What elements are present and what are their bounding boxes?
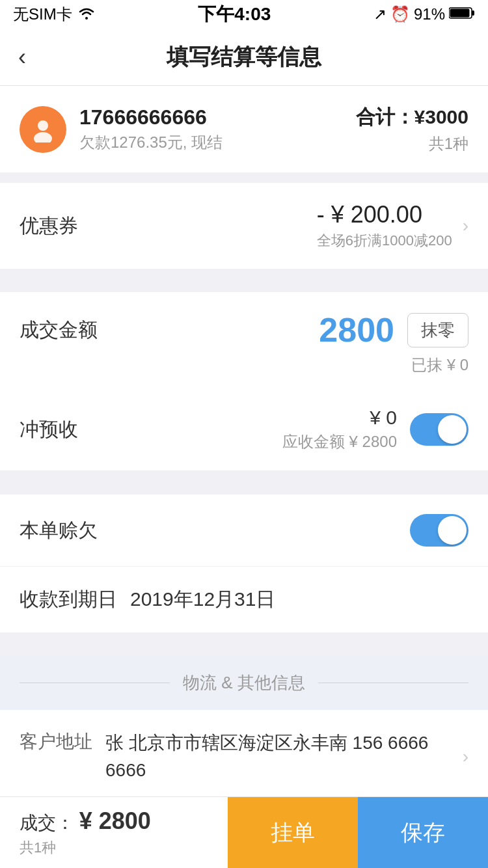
status-right: ↗ ⏰ 91% [373,5,475,23]
address-label: 客户地址 [20,729,92,754]
coupon-row[interactable]: 优惠券 - ¥ 200.00 全场6折满1000减200 › [0,183,488,269]
location-icon: ↗ [373,5,386,23]
prepay-sub: 应收金额 ¥ 2800 [282,431,397,452]
credit-toggle-knob [438,516,467,545]
credit-card: 本单赊欠 收款到期日 2019年12月31日 [0,494,488,632]
amount-row: 成交金额 2800 抹零 [20,310,468,349]
customer-sub: 欠款1276.35元, 现结 [79,132,223,153]
back-button[interactable]: ‹ [18,44,26,71]
total-amount: 合计：¥3000 [356,104,468,131]
svg-rect-2 [450,9,469,18]
customer-total: 合计：¥3000 共1种 [356,104,468,154]
section-spacer-1 [0,279,488,292]
duedate-row: 收款到期日 2019年12月31日 [0,566,488,632]
coupon-detail: 全场6折满1000减200 [317,231,452,251]
bottom-deal-row: 成交： ¥ 2800 [20,807,208,835]
svg-point-3 [38,120,48,131]
section-spacer-2 [0,481,488,494]
logistics-text: 物流 & 其他信息 [170,671,318,694]
prepay-row: 冲预收 ¥ 0 应收金额 ¥ 2800 [0,388,488,470]
coupon-card[interactable]: 优惠券 - ¥ 200.00 全场6折满1000减200 › [0,183,488,269]
logistics-header: 物流 & 其他信息 [0,656,488,710]
prepay-label: 冲预收 [20,416,78,443]
bottom-deal-label: 成交： [20,813,74,833]
amount-section: 成交金额 2800 抹零 已抹 ¥ 0 [0,292,488,388]
amount-card: 成交金额 2800 抹零 已抹 ¥ 0 冲预收 ¥ 0 应收金额 ¥ 2800 [0,292,488,470]
address-row[interactable]: 客户地址 张 北京市市辖区海淀区永丰南 156 6666 6666 › [0,710,488,804]
deal-value: 2800 [319,310,394,349]
credit-row: 本单赊欠 [0,494,488,566]
nav-bar: ‹ 填写结算等信息 [0,29,488,86]
wifi-icon [77,5,96,23]
customer-row: 17666666666 欠款1276.35元, 现结 合计：¥3000 共1种 [0,86,488,172]
no-sim-text: 无SIM卡 [13,4,72,25]
save-button[interactable]: 保存 [358,797,488,869]
address-chevron-icon: › [463,746,468,767]
svg-point-4 [34,132,52,142]
duedate-label: 收款到期日 [20,586,117,613]
toggle-knob [438,415,467,444]
prepay-right: ¥ 0 应收金额 ¥ 2800 [282,407,468,452]
logistics-line-left [20,683,170,683]
amount-right: 2800 抹零 [319,310,468,349]
amount-sub: 已抹 ¥ 0 [20,355,468,375]
coupon-discount: - ¥ 200.00 [317,201,452,228]
logistics-line-right [318,683,468,683]
content: 17666666666 欠款1276.35元, 现结 合计：¥3000 共1种 … [0,86,488,868]
prepay-toggle[interactable] [410,413,468,446]
duedate-value: 2019年12月31日 [130,586,275,613]
customer-card: 17666666666 欠款1276.35元, 现结 合计：¥3000 共1种 [0,86,488,172]
customer-left: 17666666666 欠款1276.35元, 现结 [20,105,223,153]
round-button[interactable]: 抹零 [407,313,468,347]
coupon-label: 优惠券 [20,213,78,239]
section-spacer-3 [0,643,488,656]
prepay-amount: ¥ 0 [282,407,397,429]
status-left: 无SIM卡 [13,4,96,25]
address-value: 张 北京市市辖区海淀区永丰南 156 6666 6666 [105,729,450,784]
total-sub: 共1种 [356,133,468,154]
prepay-info: ¥ 0 应收金额 ¥ 2800 [282,407,397,452]
bottom-summary: 成交： ¥ 2800 共1种 [0,807,228,858]
alarm-icon: ⏰ [390,5,410,23]
status-time: 下午4:03 [198,2,271,27]
battery-text: 91% [414,5,445,23]
coupon-right: - ¥ 200.00 全场6折满1000减200 › [317,201,468,251]
hang-button[interactable]: 挂单 [228,797,358,869]
address-card[interactable]: 客户地址 张 北京市市辖区海淀区永丰南 156 6666 6666 › [0,710,488,804]
bottom-deal-sub: 共1种 [20,838,208,858]
credit-toggle[interactable] [410,514,468,547]
bottom-deal-amount: ¥ 2800 [79,807,151,834]
bottom-bar: 成交： ¥ 2800 共1种 挂单 保存 [0,796,488,868]
nav-title: 填写结算等信息 [167,42,321,72]
customer-info: 17666666666 欠款1276.35元, 现结 [79,105,223,153]
battery-icon [449,5,475,23]
coupon-chevron-icon: › [463,215,468,236]
credit-label: 本单赊欠 [20,517,98,544]
amount-label: 成交金额 [20,317,98,344]
svg-rect-1 [472,10,474,16]
customer-phone: 17666666666 [79,105,223,129]
avatar [20,106,66,153]
status-bar: 无SIM卡 下午4:03 ↗ ⏰ 91% [0,0,488,29]
